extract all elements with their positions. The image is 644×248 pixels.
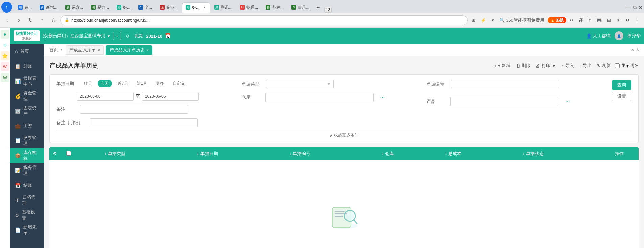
- minimize-button[interactable]: —: [625, 4, 631, 11]
- nav-item-inventory[interactable]: 📦 库存核算: [10, 148, 44, 163]
- tab-8-active[interactable]: 好 好... ×: [182, 2, 210, 13]
- extensions-button[interactable]: ⊞: [470, 16, 477, 25]
- dropdown-button[interactable]: ▾: [490, 16, 496, 25]
- nav-item-tax[interactable]: 📝 税务管理: [10, 163, 44, 178]
- print-button[interactable]: 🖨 打印 ▼: [534, 63, 557, 69]
- back-button[interactable]: ‹: [3, 16, 12, 25]
- docnumber-input[interactable]: [451, 80, 559, 88]
- settings-button[interactable]: 设置: [612, 92, 631, 101]
- tab-3[interactable]: 易 易方...: [62, 2, 87, 13]
- sidebar-app-2[interactable]: ⊕: [1, 41, 9, 49]
- table-col-warehouse[interactable]: ↕ 仓库: [378, 147, 442, 160]
- date-filter-more[interactable]: 更多: [153, 80, 167, 87]
- calendar-icon[interactable]: 📅: [165, 33, 171, 39]
- sync-icon[interactable]: ↻: [624, 16, 631, 25]
- tab-6[interactable]: 个 个...: [135, 2, 156, 13]
- breadcrumb-home[interactable]: 首页: [48, 47, 59, 53]
- remark-detail-input[interactable]: [90, 118, 198, 127]
- nav-item-newbill[interactable]: 📄 新增凭单: [10, 223, 44, 238]
- sidebar-app-accounting[interactable]: ●: [1, 30, 9, 39]
- breadcrumb-tab-2[interactable]: 产成品入库单历史 ×: [106, 45, 152, 55]
- nav-item-closeout[interactable]: 📅 结账: [10, 178, 44, 193]
- hot-search-badge[interactable]: 🔥 热搜: [548, 17, 566, 23]
- tab-add-button[interactable]: +: [313, 3, 323, 13]
- tab-8-close[interactable]: ×: [202, 5, 207, 10]
- search-icon[interactable]: 🔍 360智能抠图免费用: [497, 16, 546, 25]
- user-avatar[interactable]: 👤: [615, 31, 623, 40]
- customer-service-button[interactable]: 👤 人工咨询: [586, 33, 611, 39]
- nav-item-salary[interactable]: 💼 工资: [10, 118, 44, 133]
- date-filter-custom[interactable]: 自定义: [170, 80, 188, 87]
- address-input[interactable]: 🔒 https://cloud.chanjet.com/accounting/u…: [60, 15, 468, 25]
- tab-9[interactable]: 腾 腾讯...: [211, 2, 236, 13]
- date-filter-yesterday[interactable]: 昨天: [81, 80, 95, 87]
- grid-icon[interactable]: ⊞: [605, 16, 613, 25]
- table-col-docnumber[interactable]: ↕ 单据编号: [286, 147, 378, 160]
- settings-gear-button[interactable]: ⚙: [124, 31, 132, 41]
- remark-input[interactable]: [80, 105, 188, 114]
- tab-4[interactable]: 易 易方...: [87, 2, 113, 13]
- nav-item-funds[interactable]: 💰 资金管理: [10, 89, 44, 104]
- nav-item-reports[interactable]: 📊 云报表中心: [10, 74, 44, 89]
- tab-11[interactable]: 各 各种...: [262, 2, 287, 13]
- home-button[interactable]: ⌂: [37, 16, 47, 25]
- tab-12[interactable]: S 目录...: [288, 2, 313, 13]
- delete-button[interactable]: 🗑 删除: [515, 63, 532, 69]
- refresh-toolbar-button[interactable]: ↻ 刷新: [596, 63, 612, 69]
- date-filter-7days[interactable]: 近7天: [115, 80, 131, 87]
- tab2-close-icon[interactable]: ×: [147, 48, 149, 52]
- doctype-dropdown[interactable]: ▼: [266, 80, 334, 88]
- panel-expand-button[interactable]: ⇱: [636, 47, 640, 53]
- tab-2[interactable]: 新 新增...: [36, 2, 61, 13]
- tab-7[interactable]: 企 企业...: [156, 2, 182, 13]
- table-col-totalcost[interactable]: ↕ 总成本: [442, 147, 519, 160]
- yuan-icon[interactable]: ¥: [587, 16, 593, 25]
- breadcrumb-tab-1[interactable]: 产成品入库单 ×: [66, 45, 103, 55]
- date-filter-today[interactable]: 今天: [98, 80, 112, 87]
- import-button[interactable]: ↑ 导入: [560, 63, 575, 69]
- nav-item-invoice[interactable]: 🧾 发票管理: [10, 133, 44, 148]
- select-all-checkbox[interactable]: [66, 151, 71, 156]
- tab-10[interactable]: M 畅通...: [236, 2, 262, 13]
- translate-icon[interactable]: 译: [577, 16, 585, 25]
- nav-item-basic[interactable]: ⚙ 基础设置: [10, 208, 44, 223]
- warehouse-dots-button[interactable]: ···: [380, 94, 385, 100]
- query-button[interactable]: 查询: [612, 80, 631, 90]
- tab-5[interactable]: 好 好...: [113, 2, 134, 13]
- date-from-input[interactable]: [77, 92, 134, 101]
- product-dots-button[interactable]: ···: [565, 98, 570, 105]
- nav-item-ledger[interactable]: 📋 总账: [10, 59, 44, 74]
- add-company-button[interactable]: +: [113, 32, 121, 40]
- company-selector[interactable]: (勿删勿禁用）江西服宝测试专用 ▼: [43, 33, 110, 39]
- table-col-docdate[interactable]: ↕ 单据日期: [193, 147, 286, 160]
- forward-button[interactable]: ›: [14, 16, 24, 25]
- panel-close-button[interactable]: ×: [631, 47, 634, 53]
- table-col-doctype[interactable]: ↕ 单据类型: [101, 147, 193, 160]
- nav-item-home[interactable]: ⌂ 首页: [10, 44, 44, 59]
- date-filter-1month[interactable]: 近1月: [134, 80, 150, 87]
- theme-icon[interactable]: ☀: [614, 16, 622, 25]
- sidebar-app-4[interactable]: W: [1, 62, 9, 71]
- product-input[interactable]: [450, 97, 558, 106]
- collapse-button[interactable]: ∧ 收起更多条件: [56, 130, 631, 138]
- nav-item-archive[interactable]: 🗄 归档管理: [10, 193, 44, 208]
- game-icon[interactable]: 🎮: [594, 16, 604, 25]
- scissors-icon[interactable]: ✂: [568, 16, 575, 25]
- display-detail-checkbox[interactable]: [615, 63, 620, 68]
- table-col-settings[interactable]: ⚙: [49, 147, 63, 160]
- restore-button[interactable]: ⧉: [633, 5, 637, 10]
- browser-logo[interactable]: ↑: [1, 2, 12, 13]
- refresh-button[interactable]: ↻: [26, 16, 35, 25]
- sidebar-app-5[interactable]: ✉: [1, 73, 9, 82]
- more-icon[interactable]: ⋮: [633, 16, 641, 25]
- close-window-button[interactable]: ✕: [639, 5, 643, 10]
- lightning-button[interactable]: ⚡: [479, 16, 488, 25]
- nav-item-fixed[interactable]: 🏢 固定资产: [10, 104, 44, 118]
- table-col-docstatus[interactable]: ↕ 单据状态: [519, 147, 612, 160]
- tab-1[interactable]: 在 在...: [14, 2, 35, 13]
- export-button[interactable]: ↓ 导出: [578, 63, 593, 69]
- date-to-input[interactable]: [142, 92, 199, 101]
- warehouse-input[interactable]: [265, 93, 374, 102]
- tab1-close-icon[interactable]: ×: [98, 48, 100, 52]
- bookmark-button[interactable]: ☆: [49, 16, 58, 25]
